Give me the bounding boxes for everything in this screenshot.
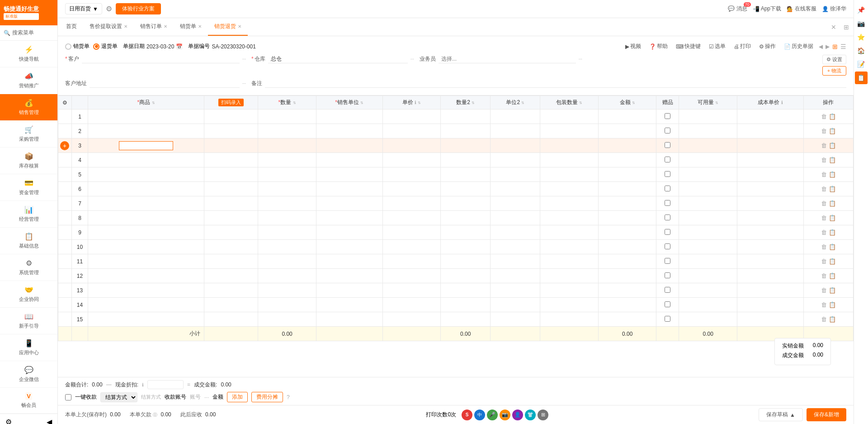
sale-unit-cell[interactable] — [316, 196, 382, 211]
product-cell[interactable] — [88, 254, 204, 269]
amount-cell[interactable] — [598, 225, 656, 240]
copy-row-icon[interactable]: 📋 — [829, 186, 836, 192]
th-gear[interactable]: ⚙ — [58, 96, 72, 110]
cost-unit-price-cell[interactable] — [737, 211, 803, 225]
settlement-select[interactable]: 结算方式 — [100, 392, 137, 402]
select-action[interactable]: ☑ 选单 — [706, 42, 728, 51]
unit2-cell[interactable] — [491, 124, 540, 138]
quantity2-cell[interactable] — [441, 167, 491, 182]
gift-checkbox[interactable] — [665, 287, 670, 293]
delete-row-icon[interactable]: 🗑 — [821, 287, 827, 294]
available-cell[interactable] — [679, 196, 737, 211]
sidebar-item-system[interactable]: ⚙ 系统管理 — [0, 254, 57, 281]
cost-unit-price-cell[interactable] — [737, 110, 803, 124]
pack-quantity-cell[interactable] — [540, 124, 599, 138]
product-cell[interactable] — [88, 196, 204, 211]
right-tool-5[interactable]: 📝 — [855, 58, 868, 71]
delete-row-icon[interactable]: 🗑 — [821, 214, 827, 221]
collapse-icon[interactable]: ◀ — [47, 418, 52, 424]
gift-checkbox[interactable] — [665, 272, 670, 278]
amount-cell[interactable] — [598, 312, 656, 327]
cost-unit-price-cell[interactable] — [737, 254, 803, 269]
tool-person[interactable]: 👤 — [512, 410, 523, 420]
product-cell[interactable] — [88, 312, 204, 327]
right-tool-2[interactable]: 📷 — [855, 17, 868, 30]
pack-quantity-cell[interactable] — [540, 211, 599, 225]
right-tool-4[interactable]: 🏠 — [855, 44, 868, 57]
pack-quantity-cell[interactable] — [540, 153, 599, 167]
quantity-cell[interactable] — [258, 254, 316, 269]
address-more-icon[interactable]: ··· — [242, 81, 246, 86]
gift-cell[interactable] — [656, 312, 679, 327]
unit-price-cell[interactable] — [382, 196, 441, 211]
sale-unit-cell[interactable] — [316, 124, 382, 138]
pack-quantity-cell[interactable] — [540, 254, 599, 269]
sale-unit-cell[interactable] — [316, 110, 382, 124]
available-cell[interactable] — [679, 240, 737, 254]
amount-cell[interactable] — [598, 182, 656, 196]
quantity2-cell[interactable] — [441, 211, 491, 225]
th-scan[interactable]: 扫码录入 — [204, 96, 258, 110]
gift-checkbox[interactable] — [665, 113, 670, 119]
unit2-cell[interactable] — [491, 254, 540, 269]
quantity2-cell[interactable] — [441, 138, 491, 153]
prev-record-icon[interactable]: ◀ — [819, 43, 823, 50]
message-badge[interactable]: 💬 消息 70 — [728, 5, 747, 13]
tab-sale-order-close[interactable]: ✕ — [164, 24, 167, 29]
gift-checkbox[interactable] — [665, 157, 670, 162]
customer-input[interactable] — [82, 55, 240, 63]
gift-cell[interactable] — [656, 225, 679, 240]
save-new-btn[interactable]: 保存&新增 — [807, 408, 846, 421]
quantity2-cell[interactable] — [441, 298, 491, 312]
cost-unit-price-cell[interactable] — [737, 298, 803, 312]
quantity-cell[interactable] — [258, 196, 316, 211]
product-cell[interactable] — [88, 269, 204, 283]
unit2-cell[interactable] — [491, 240, 540, 254]
unit2-cell[interactable] — [491, 167, 540, 182]
sale-unit-cell[interactable] — [316, 283, 382, 298]
sale-unit-cell[interactable] — [316, 254, 382, 269]
quantity-cell[interactable] — [258, 298, 316, 312]
copy-row-icon[interactable]: 📋 — [829, 214, 836, 221]
next-record-icon[interactable]: ▶ — [826, 43, 830, 50]
cost-info-icon[interactable]: ℹ — [781, 100, 783, 105]
sort-avail-icon[interactable]: ⇅ — [715, 101, 718, 105]
gift-cell[interactable] — [656, 298, 679, 312]
add-logistics-button[interactable]: + 物流 — [822, 66, 846, 76]
quantity2-cell[interactable] — [441, 182, 491, 196]
sale-unit-cell[interactable] — [316, 167, 382, 182]
delete-row-icon[interactable]: 🗑 — [821, 171, 827, 178]
sort-amount-icon[interactable]: ⇅ — [632, 101, 635, 105]
tool-more[interactable]: ⊞ — [538, 410, 548, 420]
onepay-checkbox[interactable] — [65, 394, 71, 400]
tab-sale-delivery-close[interactable]: ✕ — [198, 24, 202, 29]
sale-unit-cell[interactable] — [316, 138, 382, 153]
available-cell[interactable] — [679, 138, 737, 153]
remark-input[interactable] — [265, 79, 846, 88]
sidebar-search-item[interactable]: 🔍 搜索菜单 — [0, 25, 57, 41]
amount-cell[interactable] — [598, 124, 656, 138]
amount-cell[interactable] — [598, 298, 656, 312]
quantity-cell[interactable] — [258, 240, 316, 254]
copy-row-icon[interactable]: 📋 — [829, 113, 836, 120]
sidebar-item-operation[interactable]: 📊 经营管理 — [0, 201, 57, 228]
gift-checkbox[interactable] — [665, 301, 670, 307]
sale-unit-cell[interactable] — [316, 153, 382, 167]
gift-cell[interactable] — [656, 124, 679, 138]
copy-row-icon[interactable]: 📋 — [829, 229, 836, 236]
copy-row-icon[interactable]: 📋 — [829, 301, 836, 308]
sidebar-item-marketing[interactable]: 📣 营销推广 — [0, 67, 57, 94]
quantity-cell[interactable] — [258, 225, 316, 240]
gift-checkbox[interactable] — [665, 128, 670, 133]
delete-row-icon[interactable]: 🗑 — [821, 128, 827, 134]
pack-quantity-cell[interactable] — [540, 138, 599, 153]
sidebar-item-member[interactable]: V 畅会员 — [0, 388, 57, 414]
sidebar-item-inventory[interactable]: 📦 库存核算 — [0, 148, 57, 174]
gift-cell[interactable] — [656, 269, 679, 283]
gift-checkbox[interactable] — [665, 316, 670, 322]
unit2-cell[interactable] — [491, 138, 540, 153]
settings-icon[interactable]: ⚙ — [5, 418, 12, 424]
sort-qty-icon[interactable]: ⇅ — [293, 101, 296, 105]
copy-row-icon[interactable]: 📋 — [829, 200, 836, 207]
sort-price-icon[interactable]: ⇅ — [418, 101, 421, 105]
